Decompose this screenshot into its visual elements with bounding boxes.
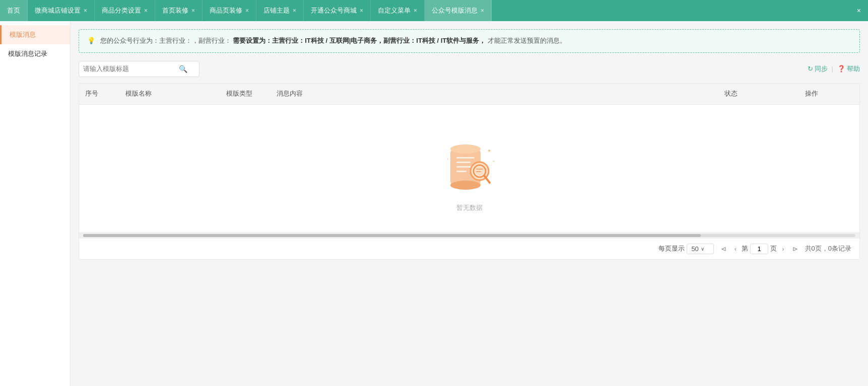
last-page-button[interactable]: ⊳ <box>789 244 801 254</box>
svg-rect-11 <box>476 169 483 170</box>
scrollbar-area[interactable] <box>79 233 859 239</box>
notice-box: 💡 您的公众号行业为：主营行业：，副营行业： 需要设置为：主营行业：IT科技 /… <box>79 29 860 53</box>
svg-rect-7 <box>456 171 466 172</box>
tab-custom-menu[interactable]: 自定义菜单 × <box>371 0 425 21</box>
tab-template-msg[interactable]: 公众号模版消息 × <box>425 0 492 21</box>
search-bar: 🔍 ↻ 同步 | ❓ 帮助 <box>79 61 860 77</box>
th-name: 模版名称 <box>119 89 220 98</box>
chevron-down-icon: ∨ <box>701 246 704 252</box>
sidebar: 模版消息 模版消息记录 <box>0 21 71 386</box>
th-content: 消息内容 <box>271 89 718 98</box>
top-nav: 首页 微商城店铺设置 × 商品分类设置 × 首页装修 × 商品页装修 × 店铺主… <box>0 0 868 21</box>
tab-theme[interactable]: 店铺主题 × <box>256 0 304 21</box>
sync-icon: ↻ <box>808 65 813 72</box>
th-seq: 序号 <box>79 89 119 98</box>
first-page-button[interactable]: ⊲ <box>718 244 729 254</box>
bulb-icon: 💡 <box>87 37 95 44</box>
th-type: 模版类型 <box>220 89 271 98</box>
search-input[interactable] <box>83 65 179 72</box>
per-page-select[interactable]: 50 ∨ <box>687 244 713 254</box>
close-tab-category[interactable]: × <box>144 7 148 14</box>
close-tab-theme[interactable]: × <box>293 7 296 14</box>
close-tab-template-msg[interactable]: × <box>481 7 484 14</box>
page-number-input[interactable] <box>750 244 768 254</box>
empty-state: ✦ ✦ ✦ 暂无数据 <box>79 105 859 233</box>
search-icon[interactable]: 🔍 <box>179 65 187 73</box>
tab-open-mall[interactable]: 开通公众号商城 × <box>304 0 371 21</box>
svg-point-2 <box>450 144 481 153</box>
close-tab-homepage[interactable]: × <box>191 7 195 14</box>
svg-text:✦: ✦ <box>446 158 449 161</box>
tab-product-page[interactable]: 商品页装修 × <box>203 0 256 21</box>
page-size-select: 每页显示 50 ∨ <box>658 244 713 254</box>
next-page-button[interactable]: › <box>779 244 787 254</box>
close-tab-custom-menu[interactable]: × <box>414 7 417 14</box>
tab-category[interactable]: 商品分类设置 × <box>95 0 155 21</box>
help-button[interactable]: ❓ 帮助 <box>837 64 860 73</box>
svg-point-3 <box>450 181 481 190</box>
main-layout: 模版消息 模版消息记录 💡 您的公众号行业为：主营行业：，副营行业： 需要设置为… <box>0 21 868 386</box>
table-header: 序号 模版名称 模版类型 消息内容 状态 操作 <box>79 84 859 105</box>
close-tab-product-page[interactable]: × <box>245 7 249 14</box>
svg-text:✦: ✦ <box>487 148 491 153</box>
svg-rect-5 <box>456 162 471 163</box>
sidebar-item-template-msg[interactable]: 模版消息 <box>0 25 70 44</box>
close-tab-weishop[interactable]: × <box>84 7 87 14</box>
close-tab-open-mall[interactable]: × <box>360 7 363 14</box>
page-total: 共0页，0条记录 <box>805 244 851 253</box>
sidebar-item-template-msg-record[interactable]: 模版消息记录 <box>0 44 70 63</box>
table-wrap: 序号 模版名称 模版类型 消息内容 状态 操作 <box>79 83 860 260</box>
scrollbar-track[interactable] <box>83 234 855 237</box>
tab-home[interactable]: 首页 <box>0 0 28 21</box>
sync-button[interactable]: ↻ 同步 <box>808 64 828 73</box>
th-action: 操作 <box>799 89 859 98</box>
tab-homepage[interactable]: 首页装修 × <box>155 0 203 21</box>
empty-text: 暂无数据 <box>456 203 483 212</box>
svg-rect-4 <box>456 157 475 159</box>
help-icon: ❓ <box>837 65 845 72</box>
search-bar-right: ↻ 同步 | ❓ 帮助 <box>808 64 860 73</box>
svg-text:✦: ✦ <box>492 160 495 163</box>
svg-rect-12 <box>476 171 481 172</box>
svg-rect-6 <box>456 166 473 168</box>
close-all-button[interactable]: × <box>850 7 868 15</box>
page-nav: ⊲ ‹ 第 页 › ⊳ <box>718 244 801 254</box>
search-input-wrap: 🔍 <box>79 61 199 77</box>
th-status: 状态 <box>718 89 799 98</box>
pagination: 每页显示 50 ∨ ⊲ ‹ 第 页 › ⊳ 共0页，0条记录 <box>79 239 859 259</box>
prev-page-button[interactable]: ‹ <box>731 244 740 254</box>
empty-illustration: ✦ ✦ ✦ <box>439 135 500 195</box>
divider: | <box>832 65 833 72</box>
tab-weishop[interactable]: 微商城店铺设置 × <box>28 0 95 21</box>
scrollbar-thumb[interactable] <box>83 234 701 237</box>
content-area: 💡 您的公众号行业为：主营行业：，副营行业： 需要设置为：主营行业：IT科技 /… <box>71 21 868 386</box>
